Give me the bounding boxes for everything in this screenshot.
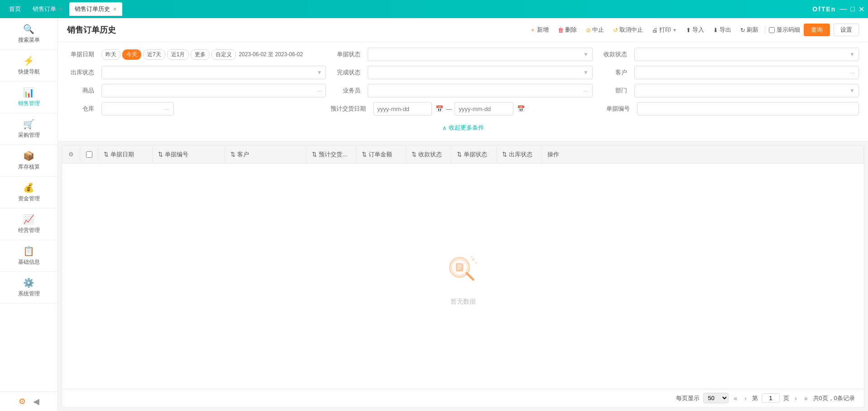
delivery-date-end-input[interactable] [455,102,513,116]
sidebar-item-finance-mgmt[interactable]: 💰 资金管理 [0,177,58,208]
filter-row-3: 商品 ··· 业务员 ··· 部门 [67,84,859,97]
th-settings: ⚙ [62,147,80,161]
sidebar-item-operation-mgmt-label: 经营管理 [18,227,40,234]
cancel-stop-button[interactable]: ↺ 取消中止 [610,24,646,36]
calendar-end-icon[interactable]: 📅 [517,105,525,112]
sidebar-item-inventory-check[interactable]: 📦 库存核算 [0,145,58,177]
bill-num-input[interactable] [637,102,859,116]
out-status-select[interactable]: ▼ [101,66,326,79]
th-delivery: ⇅ 预计交货... [307,147,356,162]
receipt-status-arrow-icon: ▼ [849,51,855,58]
sort-out-status-icon[interactable]: ⇅ [502,151,507,158]
out-status-label: 出库状态 [67,68,94,77]
date-btn-group: 昨天 今天 近7天 近1月 更多 自定义 [101,49,236,60]
delivery-date-start-input[interactable] [373,102,432,116]
col-settings-icon[interactable]: ⚙ [68,151,74,158]
calendar-start-icon[interactable]: 📅 [436,105,443,112]
filter-row-1: 单据日期 昨天 今天 近7天 近1月 更多 自定义 2023-06-02 至 2… [67,48,859,61]
sidebar-collapse-button[interactable]: ◀ [33,396,39,406]
receipt-status-select[interactable]: ▼ [634,48,859,61]
svg-point-10 [470,256,472,258]
last-page-button[interactable]: » [802,394,810,403]
window-max-button[interactable]: □ [850,5,855,13]
query-button[interactable]: 查询 [804,24,830,36]
sidebar-item-quick-nav[interactable]: ⚡ 快捷导航 [0,50,58,82]
salesman-ellipsis-icon[interactable]: ··· [583,87,589,94]
date-btn-more[interactable]: 更多 [191,49,210,60]
print-label: 打印 [659,26,671,34]
sort-delivery-icon[interactable]: ⇅ [312,151,317,158]
print-button[interactable]: 🖨 打印 ▼ [649,24,680,36]
sidebar-item-purchase-mgmt[interactable]: 🛒 采购管理 [0,113,58,145]
date-btn-7days[interactable]: 近7天 [143,49,165,60]
sidebar-settings-button[interactable]: ⚙ [19,396,26,406]
th-date: ⇅ 单据日期 [98,147,153,162]
prev-page-button[interactable]: ‹ [743,394,748,403]
complete-status-label: 完成状态 [333,68,360,77]
sidebar-item-inventory-check-label: 库存核算 [18,163,40,171]
date-btn-1month[interactable]: 近1月 [167,49,189,60]
bill-status-select[interactable]: ▼ [368,48,592,61]
stop-button[interactable]: ⊘ 中止 [583,24,607,36]
goods-select[interactable]: ··· [101,84,326,97]
export-button[interactable]: ⬇ 导出 [710,24,734,36]
window-close-button[interactable]: ✕ [858,5,864,14]
department-select[interactable]: ▼ [634,84,859,97]
warehouse-select[interactable]: ··· [101,102,174,116]
date-separator: — [446,106,452,112]
display-cols-label[interactable]: 显示码细 [769,26,800,34]
sort-amount-icon[interactable]: ⇅ [362,151,367,158]
th-receipt-status: ⇅ 收款状态 [406,147,451,162]
page-size-select[interactable]: 50 10 20 100 [703,393,729,403]
tab-sales-order-history[interactable]: 销售订单历史 ✕ [69,2,122,16]
search-menu-icon: 🔍 [23,24,34,34]
sidebar-item-basic-info[interactable]: 📋 基础信息 [0,240,58,272]
table-area: ⚙ ⇅ 单据日期 ⇅ 单据编号 ⇅ 客户 ⇅ [62,145,864,407]
sort-num-icon[interactable]: ⇅ [158,151,163,158]
sort-customer-icon[interactable]: ⇅ [230,151,235,158]
date-range-text: 2023-06-02 至 2023-06-02 [239,51,302,58]
select-all-checkbox[interactable] [86,151,92,158]
import-label: 导入 [692,26,704,34]
refresh-button[interactable]: ↻ 刷新 [738,24,761,36]
total-info: 共0页，0条记录 [813,394,855,402]
date-btn-yesterday[interactable]: 昨天 [101,49,120,60]
collapse-btn[interactable]: ∧ 收起更多条件 [67,122,859,134]
complete-status-select[interactable]: ▼ [368,66,592,79]
purchase-mgmt-icon: 🛒 [23,119,34,130]
date-btn-custom[interactable]: 自定义 [211,49,236,60]
display-cols-checkbox[interactable] [769,27,775,33]
tab-sales-order-history-close[interactable]: ✕ [113,6,117,12]
sidebar-item-system-mgmt[interactable]: ⚙️ 系统管理 [0,272,58,304]
customer-select[interactable]: ··· [634,66,859,79]
customer-ellipsis-icon[interactable]: ··· [849,69,855,76]
first-page-button[interactable]: « [732,394,739,403]
import-button[interactable]: ⬆ 导入 [683,24,707,36]
sidebar-item-sales-mgmt[interactable]: 📊 销售管理 [0,82,58,113]
th-bill-status: ⇅ 单据状态 [451,147,497,162]
bill-date-label: 单据日期 [67,50,94,58]
add-button[interactable]: ＋ 新增 [527,24,551,36]
settings-button[interactable]: 设置 [834,24,859,36]
sidebar-item-finance-mgmt-label: 资金管理 [18,195,40,203]
window-min-button[interactable]: — [839,5,847,13]
next-page-button[interactable]: › [793,394,799,403]
warehouse-ellipsis-icon[interactable]: ··· [164,105,170,112]
delete-button[interactable]: 🗑 删除 [555,24,580,36]
sidebar-bottom: ⚙ ◀ [0,392,58,411]
sort-receipt-status-icon[interactable]: ⇅ [412,151,417,158]
sort-date-icon[interactable]: ⇅ [104,151,109,158]
bill-date-control: 昨天 今天 近7天 近1月 更多 自定义 2023-06-02 至 2023-0… [101,49,326,60]
export-icon: ⬇ [713,27,718,34]
tab-sales-order[interactable]: 销售订单 ✕ [27,2,68,16]
salesman-select[interactable]: ··· [368,84,592,97]
sort-bill-status-icon[interactable]: ⇅ [457,151,462,158]
goods-ellipsis-icon[interactable]: ··· [317,87,322,94]
sidebar-item-search-menu[interactable]: 🔍 搜索菜单 [0,18,58,50]
tab-sales-order-close[interactable]: ✕ [59,6,63,12]
date-btn-today[interactable]: 今天 [122,49,141,60]
sidebar-item-operation-mgmt[interactable]: 📈 经营管理 [0,208,58,240]
basic-info-icon: 📋 [23,246,34,256]
tab-home[interactable]: 首页 [4,2,26,16]
page-number-input[interactable] [762,393,780,403]
